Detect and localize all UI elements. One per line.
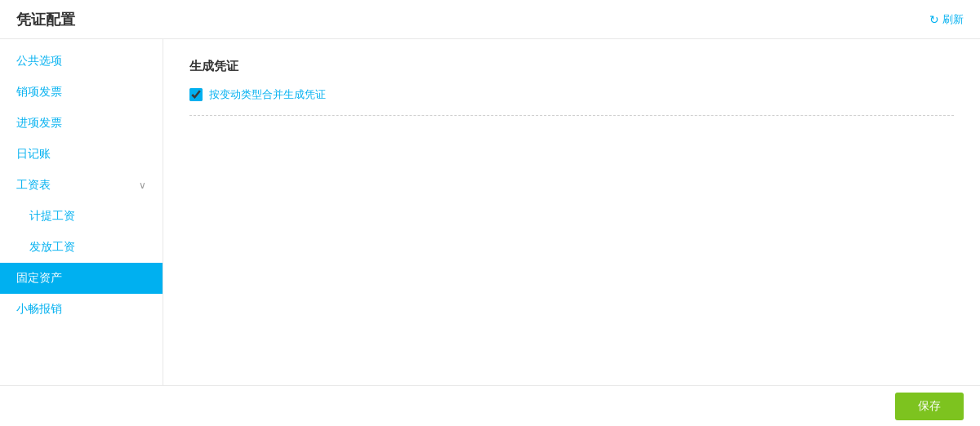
sidebar-item-pay-payroll[interactable]: 发放工资 xyxy=(0,232,163,263)
sidebar-item-public-options[interactable]: 公共选项 xyxy=(0,46,163,77)
sidebar-item-label: 日记账 xyxy=(16,147,51,162)
sidebar-item-payroll[interactable]: 工资表∨ xyxy=(0,170,163,201)
sidebar-item-label: 固定资产 xyxy=(16,271,62,286)
sidebar-item-label: 进项发票 xyxy=(16,116,62,131)
sidebar-item-calc-payroll[interactable]: 计提工资 xyxy=(0,201,163,232)
sidebar-item-label: 销项发票 xyxy=(16,85,62,100)
sidebar-item-label: 小畅报销 xyxy=(16,302,62,317)
sidebar-item-label: 工资表 xyxy=(16,178,51,193)
checkbox-row: 按变动类型合并生成凭证 xyxy=(189,87,954,102)
sidebar-item-fixed-assets[interactable]: 固定资产 xyxy=(0,263,163,294)
sidebar-item-purchase-invoice[interactable]: 进项发票 xyxy=(0,108,163,139)
section-title: 生成凭证 xyxy=(189,59,954,74)
refresh-label: 刷新 xyxy=(942,12,964,27)
refresh-button[interactable]: ↻ 刷新 xyxy=(929,12,964,27)
header: 凭证配置 ↻ 刷新 xyxy=(0,0,980,39)
sidebar-item-sales-invoice[interactable]: 销项发票 xyxy=(0,77,163,108)
chevron-down-icon: ∨ xyxy=(139,180,146,191)
sidebar-item-label: 计提工资 xyxy=(29,209,75,224)
save-button[interactable]: 保存 xyxy=(895,393,964,420)
footer: 保存 xyxy=(0,385,980,426)
main-layout: 公共选项销项发票进项发票日记账工资表∨计提工资发放工资固定资产小畅报销 生成凭证… xyxy=(0,39,980,385)
refresh-icon: ↻ xyxy=(929,13,939,26)
merge-checkbox-label[interactable]: 按变动类型合并生成凭证 xyxy=(209,87,326,102)
sidebar-item-label: 发放工资 xyxy=(29,240,75,255)
sidebar-item-label: 公共选项 xyxy=(16,54,62,69)
merge-checkbox[interactable] xyxy=(189,88,203,101)
page-title: 凭证配置 xyxy=(16,10,75,29)
content-area: 生成凭证 按变动类型合并生成凭证 xyxy=(163,39,980,385)
divider xyxy=(189,115,954,116)
sidebar: 公共选项销项发票进项发票日记账工资表∨计提工资发放工资固定资产小畅报销 xyxy=(0,39,163,385)
sidebar-item-journal[interactable]: 日记账 xyxy=(0,139,163,170)
sidebar-item-expense[interactable]: 小畅报销 xyxy=(0,294,163,325)
